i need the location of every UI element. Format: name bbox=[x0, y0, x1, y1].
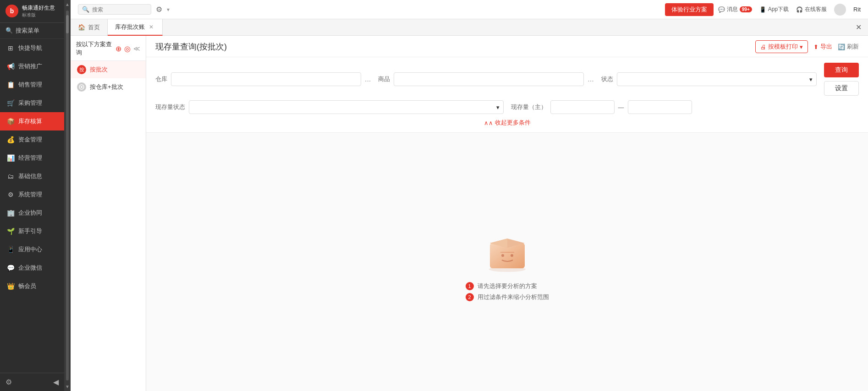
sidebar-item-label: 经营管理 bbox=[18, 154, 42, 162]
online-support-action[interactable]: 🎧 在线客服 bbox=[796, 5, 827, 13]
collapse-panel-icon[interactable]: ≪ bbox=[133, 45, 140, 52]
status-select[interactable]: ▾ bbox=[617, 72, 817, 86]
sidebar-item-apps[interactable]: 📱 应用中心 bbox=[0, 240, 64, 259]
avatar[interactable] bbox=[834, 4, 846, 16]
stock-qty-max-input[interactable] bbox=[628, 100, 692, 114]
refresh-icon: 🔄 bbox=[838, 43, 845, 50]
sidebar-item-label: 快捷导航 bbox=[18, 44, 42, 52]
tab-home[interactable]: 🏠 首页 bbox=[71, 19, 108, 36]
filter-row-2: 现存量状态 ▾ 现存量（主） — bbox=[155, 100, 859, 114]
industry-btn[interactable]: 体验行业方案 bbox=[665, 3, 714, 16]
export-btn[interactable]: ⬆ 导出 bbox=[813, 43, 832, 51]
sidebar-item-label: 基础信息 bbox=[18, 172, 42, 180]
plan-icon-red: 按 bbox=[77, 65, 86, 74]
topbar-gear-icon[interactable]: ⚙ bbox=[156, 5, 162, 14]
goods-label: 商品 bbox=[378, 75, 390, 83]
collapse-more-btn[interactable]: ∧∧ 收起更多条件 bbox=[484, 119, 531, 127]
messages-badge: 99+ bbox=[740, 6, 752, 12]
goods-input[interactable] bbox=[394, 72, 584, 86]
query-btn[interactable]: 查询 bbox=[824, 63, 859, 77]
stock-qty-min-input[interactable] bbox=[550, 100, 615, 114]
sidebar-item-sales[interactable]: 📋 销售管理 bbox=[0, 76, 64, 94]
settings-icon[interactable]: ⚙ bbox=[5, 378, 12, 386]
sidebar-item-label: 销售管理 bbox=[18, 81, 42, 89]
marketing-icon: 📢 bbox=[6, 62, 15, 71]
app-download-action[interactable]: 📱 App下载 bbox=[759, 5, 789, 13]
sidebar-item-inventory[interactable]: 📦 库存核算 bbox=[0, 112, 64, 130]
scroll-thumb[interactable] bbox=[66, 15, 69, 33]
scroll-down-arrow[interactable]: ▼ bbox=[64, 382, 71, 391]
sidebar-item-label: 资金管理 bbox=[18, 136, 42, 144]
content-area: 按以下方案查询 ⊕ ◎ ≪ 按 按批次 按仓库+批次 bbox=[71, 36, 868, 391]
topbar-search-input[interactable] bbox=[92, 6, 143, 13]
topbar-actions: 💬 消息 99+ 📱 App下载 🎧 在线客服 Rit bbox=[718, 4, 861, 16]
warehouse-input[interactable] bbox=[171, 72, 361, 86]
main-area: 🔍 ⚙ ▾ 体验行业方案 💬 消息 99+ 📱 App下载 🎧 在线客服 Rit bbox=[71, 0, 868, 391]
sidebar-item-label: 企业协同 bbox=[18, 209, 42, 217]
empty-svg bbox=[480, 223, 535, 273]
sidebar-item-purchase[interactable]: 🛒 采购管理 bbox=[0, 94, 64, 112]
settings-btn[interactable]: 设置 bbox=[824, 81, 859, 96]
tabs-bar: 🏠 首页 库存批次账 ✕ ✕ bbox=[71, 19, 868, 36]
tab-inventory-batch[interactable]: 库存批次账 ✕ bbox=[108, 19, 163, 36]
user-name: Rit bbox=[853, 6, 861, 13]
empty-hints: 1 请先选择要分析的方案 2 用过滤条件来缩小分析范围 bbox=[466, 282, 549, 301]
goods-dots-btn[interactable]: ... bbox=[588, 75, 593, 83]
sidebar-item-guide[interactable]: 🌱 新手引导 bbox=[0, 222, 64, 240]
app-logo: b bbox=[5, 5, 18, 17]
empty-state: 1 请先选择要分析的方案 2 用过滤条件来缩小分析范围 bbox=[146, 133, 868, 391]
stock-status-select[interactable]: ▾ bbox=[189, 100, 504, 114]
sidebar-item-finance[interactable]: 💰 资金管理 bbox=[0, 130, 64, 149]
sidebar-item-label: 系统管理 bbox=[18, 190, 42, 199]
sidebar-item-system[interactable]: ⚙ 系统管理 bbox=[0, 185, 64, 204]
stock-status-arrow: ▾ bbox=[496, 104, 500, 111]
scroll-up-arrow[interactable]: ▲ bbox=[64, 0, 71, 9]
tab-panel-close-btn[interactable]: ✕ bbox=[849, 23, 868, 32]
sidebar-item-basics[interactable]: 🗂 基础信息 bbox=[0, 167, 64, 185]
brand-info: 畅康通好生意 标准版 bbox=[22, 5, 55, 18]
sidebar-item-operations[interactable]: 📊 经营管理 bbox=[0, 149, 64, 167]
hint-2-text: 用过滤条件来缩小分析范围 bbox=[478, 293, 549, 301]
tab-inventory-batch-label: 库存批次账 bbox=[115, 23, 145, 31]
sidebar-item-label: 库存核算 bbox=[18, 117, 42, 125]
guide-icon: 🌱 bbox=[6, 227, 15, 235]
brand-name: 畅康通好生意 bbox=[22, 5, 55, 12]
add-plan-icon[interactable]: ⊕ bbox=[115, 44, 121, 53]
search-label: 搜索菜单 bbox=[16, 27, 39, 35]
sidebar-item-wechat[interactable]: 💬 企业微信 bbox=[0, 259, 64, 277]
sidebar-item-label: 畅会员 bbox=[18, 282, 36, 290]
sidebar-search[interactable]: 🔍 搜索菜单 bbox=[0, 23, 64, 39]
warehouse-dots-btn[interactable]: ... bbox=[365, 75, 371, 83]
apps-icon: 📱 bbox=[6, 245, 15, 254]
sidebar-item-enterprise[interactable]: 🏢 企业协同 bbox=[0, 204, 64, 222]
quick-nav-icon: ⊞ bbox=[6, 44, 15, 52]
right-panel: 现存量查询(按批次) 🖨 按模板打印 ▾ ⬆ 导出 🔄 刷新 bbox=[146, 36, 868, 391]
tab-close-btn[interactable]: ✕ bbox=[148, 23, 155, 31]
home-icon: 🏠 bbox=[78, 24, 85, 31]
topbar-search-box[interactable]: 🔍 bbox=[78, 4, 151, 15]
status-label: 状态 bbox=[601, 75, 613, 83]
headset-icon: 🎧 bbox=[796, 6, 803, 13]
inventory-icon: 📦 bbox=[6, 117, 15, 125]
empty-illustration bbox=[480, 223, 535, 273]
plan-settings-icon[interactable]: ◎ bbox=[124, 44, 131, 53]
sidebar-item-marketing[interactable]: 📢 营销推广 bbox=[0, 57, 64, 76]
messages-action[interactable]: 💬 消息 99+ bbox=[718, 5, 752, 13]
phone-icon: 📱 bbox=[759, 6, 766, 13]
left-panel-title: 按以下方案查询 bbox=[76, 40, 115, 57]
sidebar-item-label: 营销推广 bbox=[18, 62, 42, 71]
sidebar-item-member[interactable]: 👑 畅会员 bbox=[0, 277, 64, 295]
left-panel-header: 按以下方案查询 ⊕ ◎ ≪ bbox=[71, 36, 146, 61]
filter-status: 状态 ▾ bbox=[601, 72, 817, 86]
refresh-btn[interactable]: 🔄 刷新 bbox=[838, 43, 859, 51]
topbar: 🔍 ⚙ ▾ 体验行业方案 💬 消息 99+ 📱 App下载 🎧 在线客服 Rit bbox=[71, 0, 868, 19]
sidebar-nav: ⊞ 快捷导航 📢 营销推广 📋 销售管理 🛒 采购管理 📦 库存核算 💰 资金管… bbox=[0, 39, 64, 373]
topbar-chevron-icon[interactable]: ▾ bbox=[167, 6, 170, 13]
plan-item-by-warehouse-batch[interactable]: 按仓库+批次 bbox=[71, 78, 146, 96]
sidebar-item-quick-nav[interactable]: ⊞ 快捷导航 bbox=[0, 39, 64, 57]
collapse-sidebar-icon[interactable]: ◀ bbox=[53, 378, 59, 386]
plan-item-by-batch[interactable]: 按 按批次 bbox=[71, 61, 146, 78]
print-btn[interactable]: 🖨 按模板打印 ▾ bbox=[755, 40, 808, 53]
export-label: 导出 bbox=[820, 43, 832, 51]
messages-label: 消息 bbox=[727, 5, 738, 13]
